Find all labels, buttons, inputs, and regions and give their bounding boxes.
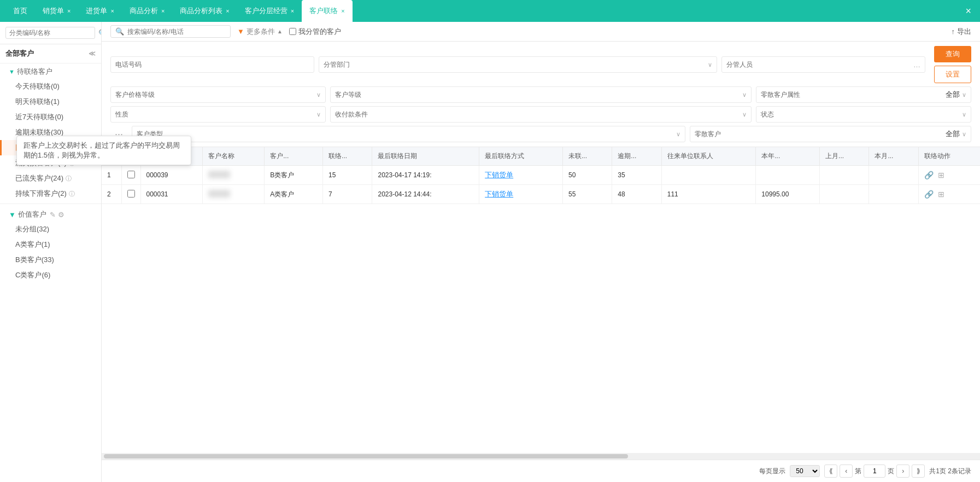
row-contacts — [661, 166, 756, 185]
table-row: 2 000031 A类客户 7 2023-04-12 14:44: — [102, 185, 980, 204]
customer-grade-field[interactable]: 客户等级 ∨ — [330, 86, 752, 103]
row-last-contact-method[interactable]: 下销货单 — [479, 185, 563, 204]
sidebar-search-input[interactable] — [5, 27, 95, 39]
col-last-month: 上月... — [820, 147, 869, 166]
sidebar-item-lost[interactable]: 已流失客户(24) ⓘ — [0, 171, 101, 186]
col-action: 联络动作 — [918, 147, 980, 166]
scroll-thumb[interactable] — [104, 454, 628, 458]
person-field[interactable]: 分管人员 … — [721, 56, 925, 73]
settings-button[interactable]: 设置 — [934, 66, 971, 83]
last-contact-link[interactable]: 下销货单 — [485, 171, 513, 179]
payment-field[interactable]: 收付款条件 ∨ — [330, 106, 752, 123]
close-icon[interactable]: × — [226, 8, 229, 14]
sidebar-item-declining[interactable]: 持续下滑客户(2) ⓘ — [0, 186, 101, 201]
retail-attr-field[interactable]: 零散客户属性 全部 ∨ — [756, 86, 971, 103]
row-last-contact-method[interactable]: 下销货单 — [479, 166, 563, 185]
next-page-button[interactable]: › — [896, 464, 909, 478]
search-input[interactable] — [127, 28, 226, 36]
nav-item-purchase[interactable]: 进货单 × — [78, 0, 121, 22]
settings-icon[interactable]: ⚙ — [58, 211, 64, 219]
sidebar-value-group[interactable]: ▼ 价值客户 ✎ ⚙ — [0, 206, 101, 222]
customer-type-field[interactable]: 客户类型 ∨ — [132, 126, 685, 142]
export-icon: ↑ — [952, 27, 955, 36]
row-last-contact-date: 2023-04-12 14:44: — [372, 185, 479, 204]
more-action-icon[interactable]: ⊞ — [938, 190, 944, 199]
row-select-checkbox[interactable] — [127, 190, 135, 198]
close-icon[interactable]: × — [161, 8, 165, 14]
status-field[interactable]: 状态 ∨ — [756, 106, 971, 123]
nav-item-product-list[interactable]: 商品分析列表 × — [172, 0, 237, 22]
table-body: 1 000039 B类客户 15 2023-04-17 14:19: — [102, 166, 980, 204]
last-page-button[interactable]: ⟫ — [912, 464, 925, 478]
phone-field[interactable]: 电话号码 — [110, 56, 314, 73]
my-customers-checkbox[interactable]: 我分管的客户 — [289, 27, 341, 37]
query-button[interactable]: 查询 — [934, 46, 971, 62]
view-action-icon[interactable]: 🔗 — [924, 190, 934, 199]
chevron-down-icon: ∨ — [316, 111, 321, 118]
col-contacts: 往来单位联系人 — [661, 147, 756, 166]
edit-icon[interactable]: ✎ — [50, 211, 56, 219]
retail-customer-field[interactable]: 零散客户 全部 ∨ — [690, 126, 971, 142]
page-input[interactable] — [864, 464, 885, 478]
close-icon[interactable]: × — [291, 8, 294, 14]
col-this-month: 本月... — [869, 147, 918, 166]
sidebar-all-customers-header[interactable]: 全部客户 ≪ — [0, 44, 101, 63]
sidebar-search-area: 🔍 — [0, 22, 101, 44]
collapse-icon[interactable]: ≪ — [89, 50, 96, 57]
col-not-contact: 未联... — [562, 147, 612, 166]
nav-item-sales[interactable]: 销货单 × — [35, 0, 78, 22]
nav-item-customer-contact[interactable]: 客户联络 × — [302, 0, 352, 22]
more-conditions-button[interactable]: ▼ 更多条件 ▲ — [237, 27, 283, 37]
filter-icon: ▼ — [237, 27, 244, 36]
dept-field[interactable]: 分管部门 ∨ — [319, 56, 717, 73]
row-not-contact: 55 — [562, 185, 612, 204]
chevron-down-icon: ∨ — [676, 131, 680, 138]
close-icon[interactable]: × — [110, 8, 114, 14]
chevron-down-icon: ∨ — [962, 131, 966, 138]
row-checkbox[interactable] — [121, 185, 140, 204]
sidebar-waiting-group[interactable]: ▼ 待联络客户 — [0, 63, 101, 79]
sidebar-item-ungrouped[interactable]: 未分组(32) — [0, 222, 101, 237]
nav-item-home[interactable]: 首页 — [5, 0, 35, 22]
view-action-icon[interactable]: 🔗 — [924, 171, 934, 179]
sidebar-item-7days[interactable]: 近7天待联络(0) — [0, 109, 101, 125]
main-layout: 🔍 全部客户 ≪ ▼ 待联络客户 今天待联络(0) 明天待联络(1) — [0, 22, 980, 482]
per-page-select[interactable]: 50 100 200 — [790, 465, 820, 477]
row-checkbox[interactable] — [121, 166, 140, 185]
row-type: A类客户 — [265, 185, 323, 204]
nav-item-product-analysis[interactable]: 商品分析 × — [122, 0, 172, 22]
sidebar-all-customers-label: 全部客户 — [5, 49, 34, 59]
col-contact-count: 联络... — [323, 147, 372, 166]
sidebar-item-a-class[interactable]: A类客户(1) — [0, 237, 101, 252]
filter-bar: 🔍 ▼ 更多条件 ▲ 我分管的客户 ↑ 导出 — [102, 22, 980, 42]
sidebar-item-b-class[interactable]: B类客户(33) — [0, 252, 101, 268]
price-grade-field[interactable]: 客户价格等级 ∨ — [110, 86, 326, 103]
row-last-contact-date: 2023-04-17 14:19: — [372, 166, 479, 185]
row-contact-count: 7 — [323, 185, 372, 204]
chevron-down-icon: ∨ — [742, 111, 747, 118]
export-button[interactable]: ↑ 导出 — [952, 27, 972, 37]
close-icon[interactable]: × — [341, 8, 344, 14]
more-action-icon[interactable]: ⊞ — [938, 171, 944, 179]
sidebar-item-today[interactable]: 今天待联络(0) — [0, 79, 101, 94]
close-all-button[interactable]: × — [965, 5, 971, 17]
sidebar-item-c-class[interactable]: C类客户(6) — [0, 268, 101, 283]
nav-item-customer-tier[interactable]: 客户分层经营 × — [237, 0, 302, 22]
close-icon[interactable]: × — [67, 8, 71, 14]
last-contact-link[interactable]: 下销货单 — [485, 190, 513, 198]
dots-icon: … — [913, 61, 920, 69]
page-total-label: 共1页 2条记录 — [929, 467, 971, 476]
row-select-checkbox[interactable] — [127, 171, 135, 178]
filter-row-3: 性质 ∨ 收付款条件 ∨ 状态 ∨ — [110, 106, 971, 123]
filter-row-4: ··· 客户类型 ∨ 零散客户 全部 ∨ — [110, 126, 971, 142]
nature-field[interactable]: 性质 ∨ — [110, 106, 326, 123]
prev-page-button[interactable]: ‹ — [840, 464, 853, 478]
sidebar-item-tomorrow[interactable]: 明天待联络(1) — [0, 94, 101, 109]
horizontal-scrollbar[interactable] — [102, 453, 980, 460]
page-suffix: 页 — [888, 467, 894, 476]
row-num: 2 — [102, 185, 121, 204]
my-customers-check[interactable] — [289, 28, 296, 35]
first-page-button[interactable]: ⟪ — [824, 464, 837, 478]
customer-table: ⚙ 客户编码 客户名称 客户... 联络... 最后联络日期 最后联络方式 未联 — [102, 147, 980, 204]
row-overdue: 35 — [612, 166, 661, 185]
